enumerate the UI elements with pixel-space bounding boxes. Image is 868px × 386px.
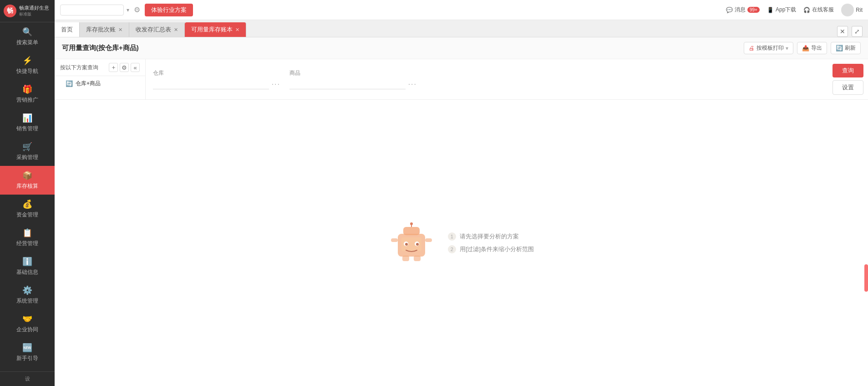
username-label: Rit: [856, 7, 863, 13]
svg-point-4: [405, 243, 408, 246]
sidebar-item-finance[interactable]: 💰 资金管理: [0, 195, 55, 223]
sidebar-item-basic-info[interactable]: ℹ️ 基础信息: [0, 252, 55, 281]
scheme-panel: 按以下方案查询 ＋ ⚙ « 🔄 仓库+商品: [55, 59, 146, 99]
message-icon: 💬: [726, 7, 733, 13]
scheme-item-icon: 🔄: [66, 80, 73, 87]
tab-inventory-summary[interactable]: 收发存汇总表 ✕: [129, 22, 185, 37]
empty-state: 1 请先选择要分析的方案 2 用[过滤]条件来缩小分析范围: [55, 100, 868, 386]
goods-filter-group: 商品 ···: [289, 69, 417, 89]
query-button[interactable]: 查询: [832, 64, 863, 77]
sidebar-item-label: 销售管理: [16, 125, 38, 133]
refresh-button[interactable]: 🔄 刷新: [831, 42, 861, 54]
scroll-indicator[interactable]: [864, 264, 868, 292]
expand-tab-button[interactable]: ⤢: [852, 26, 863, 37]
page-title: 可用量查询(按仓库+商品): [62, 44, 139, 52]
page-header: 可用量查询(按仓库+商品) 🖨 按模板打印 ▾ 📤 导出 🔄 刷新: [55, 37, 868, 59]
message-button[interactable]: 💬 消息 99+: [726, 6, 760, 14]
sidebar-item-quick-nav[interactable]: ⚡ 快捷导航: [0, 51, 55, 80]
page-header-actions: 🖨 按模板打印 ▾ 📤 导出 🔄 刷新: [744, 42, 861, 54]
sidebar-item-operations[interactable]: 📋 经营管理: [0, 223, 55, 252]
tab-available-account-close[interactable]: ✕: [235, 27, 239, 33]
svg-rect-11: [402, 256, 409, 261]
export-icon: 📤: [802, 45, 809, 51]
sidebar-item-app-center[interactable]: 📱 应用中心: [0, 367, 55, 371]
sidebar-bottom-label: 设: [25, 376, 30, 382]
headset-icon: 🎧: [803, 7, 810, 13]
sidebar-item-enterprise[interactable]: 🤝 企业协同: [0, 309, 55, 338]
settings-icon[interactable]: ⚙: [134, 5, 140, 14]
goods-filter-label: 商品: [289, 69, 417, 77]
filter-area: 仓库 ··· 商品 ···: [146, 59, 828, 99]
export-button[interactable]: 📤 导出: [797, 42, 827, 54]
search-input[interactable]: [60, 5, 124, 15]
warehouse-more-icon[interactable]: ···: [272, 80, 280, 88]
app-name: 畅康通好生意: [19, 5, 49, 11]
print-button[interactable]: 🖨 按模板打印 ▾: [744, 42, 793, 54]
goods-more-icon[interactable]: ···: [408, 80, 417, 88]
tab-available-account[interactable]: 可用量库存账本 ✕: [185, 22, 246, 37]
collapse-scheme-button[interactable]: «: [131, 63, 140, 72]
app-version: 标准版: [19, 11, 49, 17]
phone-icon: 📱: [767, 7, 774, 13]
sidebar-item-purchase[interactable]: 🛒 采购管理: [0, 137, 55, 166]
sidebar: 畅 畅康通好生意 标准版 🔍 搜索菜单 ⚡ 快捷导航 🎁 营销推广 📊 销售管理…: [0, 0, 55, 386]
warehouse-filter-input-row: ···: [153, 79, 280, 89]
tab-batch-account-close[interactable]: ✕: [118, 27, 122, 33]
settings-button[interactable]: 设置: [832, 80, 863, 95]
scheme-item-label: 仓库+商品: [76, 80, 101, 87]
export-label: 导出: [811, 44, 822, 52]
sidebar-item-marketing[interactable]: 🎁 营销推广: [0, 80, 55, 108]
scheme-panel-actions: ＋ ⚙ «: [109, 63, 140, 72]
sidebar-item-system[interactable]: ⚙️ 系统管理: [0, 281, 55, 309]
print-chevron-icon: ▾: [786, 45, 788, 51]
empty-tip-2: 2 用[过滤]条件来缩小分析范围: [448, 245, 534, 253]
query-area: 按以下方案查询 ＋ ⚙ « 🔄 仓库+商品 仓库: [55, 59, 868, 100]
chevron-down-icon[interactable]: ▾: [127, 7, 129, 13]
svg-rect-12: [414, 256, 421, 261]
industry-button[interactable]: 体验行业方案: [145, 4, 193, 16]
tab-inventory-summary-label: 收发存汇总表: [136, 26, 171, 34]
goods-input[interactable]: [289, 79, 406, 89]
scheme-panel-label: 按以下方案查询: [60, 64, 98, 72]
sidebar-bottom[interactable]: 设: [0, 371, 55, 386]
svg-rect-10: [425, 238, 432, 242]
add-scheme-button[interactable]: ＋: [109, 63, 118, 72]
app-logo: 畅 畅康通好生意 标准版: [0, 0, 55, 22]
tab-available-account-label: 可用量库存账本: [191, 26, 233, 34]
topbar: ▾ ⚙ 体验行业方案 💬 消息 99+ 📱 App下载 🎧 在线客服 Rit: [55, 0, 868, 20]
sidebar-item-guide[interactable]: 🆕 新手引导: [0, 338, 55, 367]
sidebar-item-label: 基础信息: [16, 268, 38, 276]
refresh-label: 刷新: [845, 44, 856, 52]
online-service-button[interactable]: 🎧 在线客服: [803, 6, 834, 14]
app-download-button[interactable]: 📱 App下载: [767, 6, 796, 14]
empty-illustration: [389, 220, 434, 266]
logo-icon: 畅: [4, 5, 16, 17]
topbar-right: 💬 消息 99+ 📱 App下载 🎧 在线客服 Rit: [726, 4, 863, 16]
svg-rect-6: [403, 227, 420, 235]
goods-filter-input-row: ···: [289, 79, 417, 89]
sidebar-item-label: 营销推广: [16, 96, 38, 104]
sidebar-item-label: 采购管理: [16, 154, 38, 161]
user-profile[interactable]: Rit: [841, 4, 863, 16]
warehouse-filter-label: 仓库: [153, 69, 280, 77]
scheme-settings-button[interactable]: ⚙: [120, 63, 129, 72]
finance-icon: 💰: [22, 199, 32, 209]
warehouse-input[interactable]: [153, 79, 269, 89]
sidebar-item-label: 快捷导航: [16, 67, 38, 75]
guide-icon: 🆕: [22, 343, 32, 353]
sidebar-item-search[interactable]: 🔍 搜索菜单: [0, 22, 55, 51]
query-buttons: 查询 设置: [828, 59, 868, 99]
scheme-panel-header: 按以下方案查询 ＋ ⚙ «: [55, 59, 145, 76]
svg-point-8: [410, 222, 413, 225]
warehouse-filter-group: 仓库 ···: [153, 69, 280, 89]
sidebar-nav: 🔍 搜索菜单 ⚡ 快捷导航 🎁 营销推广 📊 销售管理 🛒 采购管理 📦 库存核…: [0, 22, 55, 371]
scheme-item-warehouse-goods[interactable]: 🔄 仓库+商品: [55, 76, 145, 91]
tab-inventory-summary-close[interactable]: ✕: [174, 27, 178, 33]
sidebar-item-label: 经营管理: [16, 240, 38, 247]
sidebar-item-inventory[interactable]: 📦 库存核算: [0, 166, 55, 195]
tab-batch-account[interactable]: 库存批次账 ✕: [80, 22, 129, 37]
close-tab-button[interactable]: ✕: [837, 26, 848, 37]
sidebar-item-sales[interactable]: 📊 销售管理: [0, 108, 55, 137]
svg-rect-9: [391, 238, 398, 242]
tab-home[interactable]: 首页: [55, 22, 80, 37]
